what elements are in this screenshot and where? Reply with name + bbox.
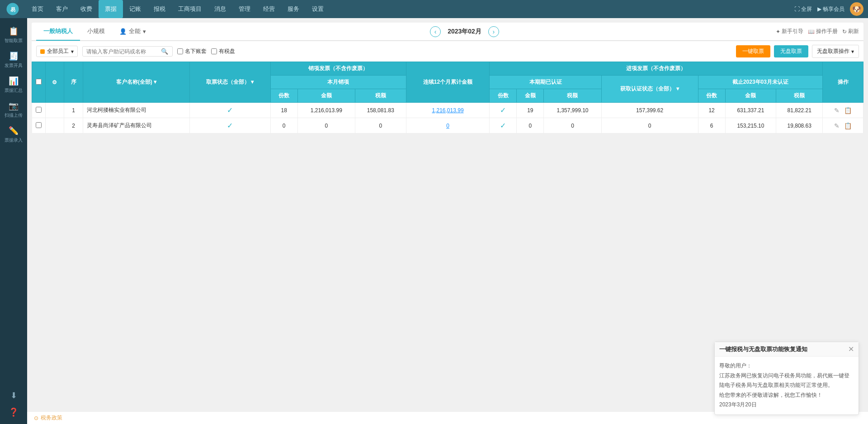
sidebar-bottom-area: ⬇ ❓ <box>9 391 19 424</box>
th-cumulative: 连续12个月累计金额 <box>406 62 490 103</box>
ticket-entry-icon: ✏️ <box>9 126 19 136</box>
checkbox-taxdisk[interactable]: 有税盘 <box>211 48 235 55</box>
cancel-filter-icon[interactable]: ▾ <box>251 79 254 85</box>
select-all-checkbox[interactable] <box>36 79 42 85</box>
fullscreen-btn[interactable]: ⛶ 全屏 <box>794 5 812 13</box>
nav-accounting[interactable]: 记账 <box>123 0 147 18</box>
settings-icon[interactable]: ⚙ <box>52 79 57 86</box>
th-ops: 操作 <box>823 62 863 103</box>
tab-small-scale[interactable]: 小规模 <box>80 23 112 41</box>
tab-right-actions: ✦ 新手引导 📖 操作手册 ↻ 刷新 <box>776 28 859 35</box>
nav-manage[interactable]: 管理 <box>232 0 257 18</box>
row-checkbox-cell <box>32 103 46 118</box>
nav-home[interactable]: 首页 <box>25 0 50 18</box>
th-cert-status: 获取认证状态（全部） ▾ <box>601 76 698 103</box>
tab-all[interactable]: 👤 全能 ▾ <box>112 23 153 41</box>
nav-service[interactable]: 服务 <box>281 0 306 18</box>
cumulative-link[interactable]: 1,216,013.99 <box>432 107 463 114</box>
row-checkbox-cell <box>32 118 46 133</box>
sidebar-item-invoice-open[interactable]: 🧾 发票开具 <box>0 48 27 72</box>
th-month-sales: 本月销项 <box>270 76 406 89</box>
sidebar-item-invoice-summary[interactable]: 📊 票据汇总 <box>0 72 27 97</box>
th-purchase-invoice-group: 进项发票（不含作废票） <box>490 62 823 76</box>
checkbox-account-input[interactable] <box>177 48 183 54</box>
download-icon[interactable]: ⬇ <box>10 391 17 400</box>
guide-icon: ✦ <box>776 29 780 35</box>
nav-business[interactable]: 工商项目 <box>172 0 208 18</box>
th-period-certified: 本期期已认证 <box>490 76 601 89</box>
detail-icon[interactable]: 📋 <box>844 122 852 129</box>
smart-ticket-icon: 📋 <box>9 26 19 36</box>
row-cumulative: 1,216,013.99 <box>406 103 490 118</box>
detail-icon[interactable]: 📋 <box>844 107 852 114</box>
edit-icon[interactable]: ✎ <box>834 122 840 129</box>
row-tax2: 157,399.62 <box>601 103 698 118</box>
cumulative-link[interactable]: 0 <box>446 123 449 129</box>
user-avatar[interactable]: 🐶 <box>850 2 863 16</box>
scan-upload-icon: 📷 <box>9 101 19 111</box>
next-month-btn[interactable]: › <box>488 26 499 37</box>
prev-month-btn[interactable]: ‹ <box>430 26 441 37</box>
employee-select[interactable]: 全部员工 ▾ <box>36 46 78 57</box>
cert-filter-icon[interactable]: ▾ <box>676 86 679 92</box>
nav-invoice[interactable]: 票据 <box>99 0 123 18</box>
notification-header: 一键报税与无盘取票功能恢复通知 ✕ <box>715 342 859 357</box>
nav-fee[interactable]: 收费 <box>74 0 99 18</box>
refresh-btn[interactable]: ↻ 刷新 <box>842 28 859 35</box>
one-key-ticket-btn[interactable]: 一键取票 <box>736 45 770 57</box>
th-settings: ⚙ <box>46 62 64 103</box>
tax-policy-link[interactable]: 税务政策 <box>41 414 62 422</box>
search-icon[interactable]: 🔍 <box>161 48 168 55</box>
dropdown-chevron-icon: ▾ <box>851 48 854 55</box>
row-no: 1 <box>64 103 83 118</box>
notification-close-btn[interactable]: ✕ <box>848 345 854 353</box>
sidebar-item-smart-ticket[interactable]: 📋 智能取票 <box>0 23 27 48</box>
customer-filter-icon[interactable]: ▾ <box>154 79 156 85</box>
help-icon[interactable]: ❓ <box>9 407 19 417</box>
row-checkbox[interactable] <box>36 107 42 113</box>
invoice-table-container: ⚙ 序 客户名称(全部) ▾ 取票状态（全部） ▾ 销项发票（不含作废票） 连续… <box>32 62 863 133</box>
row-tax2: 0 <box>601 118 698 133</box>
nav-tax[interactable]: 报税 <box>147 0 172 18</box>
cert-status-check-icon: ✓ <box>500 106 506 114</box>
cancel-status-check-icon: ✓ <box>227 122 233 129</box>
row-actions: ✎ 📋 <box>823 118 863 133</box>
left-sidebar: 📋 智能取票 🧾 发票开具 📊 票据汇总 📷 扫描上传 ✏️ 票据录入 ⬇ ❓ <box>0 18 27 424</box>
checkbox-account[interactable]: 名下账套 <box>177 48 207 55</box>
app-logo[interactable]: 易 <box>5 1 21 17</box>
row-amount2: 1,357,999.10 <box>544 103 601 118</box>
row-tax1: 0 <box>355 118 406 133</box>
nav-settings[interactable]: 设置 <box>306 0 330 18</box>
content-section: 一般纳税人 小规模 👤 全能 ▾ ‹ 2023年02月 › ✦ 新手引导 📖 操… <box>32 23 863 133</box>
no-disk-ticket-btn[interactable]: 无盘取票 <box>774 45 808 57</box>
table-row: 2 灵寿县尚泽矿产品有限公司 ✓ 0 0 0 0 ✓ 0 0 0 6 153,2… <box>32 118 863 133</box>
sidebar-item-ticket-entry[interactable]: ✏️ 票据录入 <box>0 122 27 147</box>
checkbox-taxdisk-input[interactable] <box>211 48 217 54</box>
sidebar-item-scan-upload[interactable]: 📷 扫描上传 <box>0 97 27 122</box>
row-qty3: 12 <box>698 103 725 118</box>
th-cancel-status: 取票状态（全部） ▾ <box>189 62 270 103</box>
th-sales-invoice-group: 销项发票（不含作废票） <box>270 62 406 76</box>
search-input[interactable] <box>86 48 159 55</box>
row-customer: 灵寿县尚泽矿产品有限公司 <box>83 118 189 133</box>
row-cancel-status: ✓ <box>189 103 270 118</box>
invoice-summary-icon: 📊 <box>9 76 19 86</box>
nav-customer[interactable]: 客户 <box>50 0 74 18</box>
no-disk-ops-btn[interactable]: 无盘取票操作 ▾ <box>812 45 859 58</box>
row-actions: ✎ 📋 <box>823 103 863 118</box>
manual-btn[interactable]: 📖 操作手册 <box>808 28 838 35</box>
notification-panel: 一键报税与无盘取票功能恢复通知 ✕ 尊敬的用户：江苏政务网已恢复访问电子税务局功… <box>714 342 859 415</box>
edit-icon[interactable]: ✎ <box>834 107 840 114</box>
employee-label: 全部员工 <box>47 48 69 55</box>
th-uncertified: 截止2023年03月未认证 <box>698 76 823 89</box>
member-btn[interactable]: ▶ 畅享会员 <box>817 5 844 13</box>
nav-message[interactable]: 消息 <box>208 0 232 18</box>
row-tax3: 81,822.21 <box>776 103 823 118</box>
nav-right-area: ⛶ 全屏 ▶ 畅享会员 🐶 <box>794 2 863 16</box>
nav-operation[interactable]: 经营 <box>257 0 281 18</box>
row-tax1: 158,081.83 <box>355 103 406 118</box>
row-checkbox[interactable] <box>36 122 42 128</box>
new-guide-btn[interactable]: ✦ 新手引导 <box>776 28 803 35</box>
tab-general-taxpayer[interactable]: 一般纳税人 <box>36 23 80 41</box>
row-settings-cell <box>46 118 64 133</box>
